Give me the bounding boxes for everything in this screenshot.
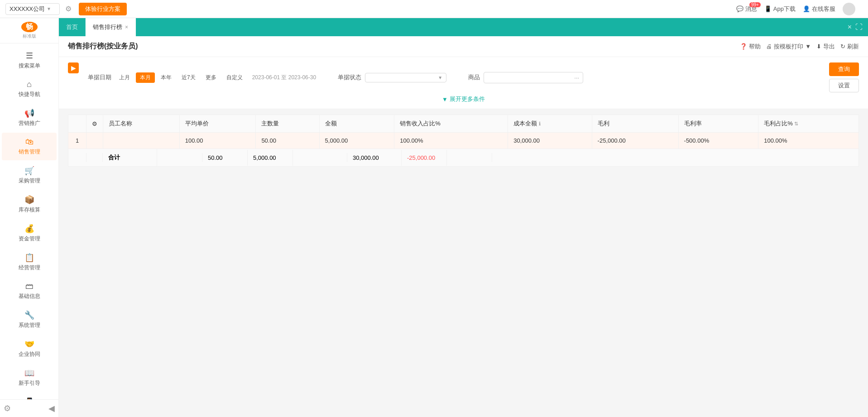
sidebar-item-finance[interactable]: 💰资金管理 [2,219,57,247]
avatar[interactable] [843,3,855,15]
tab-bar: 首页 销售排行榜 × × ⛶ [59,18,868,36]
footer-amount: 5,000.00 [248,150,293,166]
nav-label-guide: 新手引导 [19,379,40,387]
col-settings-icon[interactable]: ⚙ [92,120,97,127]
online-service-btn[interactable]: 👤 在线客服 [803,5,835,13]
cell-amount: 5,000.00 [319,133,394,149]
footer-profit-pct [492,153,537,162]
topbar-settings-icon[interactable]: ⚙ [63,3,73,15]
cell-cost: 30,000.00 [508,133,592,149]
print-btn[interactable]: 🖨 按模板打印 ▼ [766,43,811,51]
goods-filter: 商品 ··· [468,72,583,83]
query-btn[interactable]: 查询 [829,62,859,76]
refresh-btn[interactable]: ↻ 刷新 [840,43,859,51]
top-right: 💬 消息 99+ 📱 App下载 👤 在线客服 [736,3,863,15]
company-select[interactable]: XXXXXX公司 ▼ [5,3,60,15]
window-expand-icon[interactable]: ⛶ [855,23,863,31]
footer-label: 合计 [103,149,157,166]
nav-label-operations: 经营管理 [19,264,40,272]
app-label: App下载 [773,5,796,13]
table-header-row: ⚙ 员工名称 平均单价 主数量 全额 销售收入占比% 成本全额 ℹ 毛利 毛利率… [68,115,859,133]
sidebar-settings-icon[interactable]: ⚙ [4,403,11,413]
export-icon: ⬇ [816,43,821,50]
profit-sort-icon[interactable]: ⇅ [794,121,798,126]
sidebar-item-inventory[interactable]: 📦库存核算 [2,190,57,218]
sidebar-item-guide[interactable]: 📖新手引导 [2,364,57,392]
th-amount: 全额 [319,115,394,133]
message-btn[interactable]: 💬 消息 99+ [736,5,757,13]
message-icon: 💬 [736,5,743,12]
app-icon: 📱 [764,5,772,12]
tab-close-icon[interactable]: × [125,24,128,30]
nav-icon-operations: 📋 [24,253,34,263]
nav-label-system: 系统管理 [19,321,40,329]
tab-home-label: 首页 [66,23,78,31]
tab-sales-rank[interactable]: 销售排行榜 × [86,18,136,36]
goods-more-icon[interactable]: ··· [574,74,579,81]
help-btn[interactable]: ❓ 帮助 [740,43,761,51]
cell-sales-pct: 100.00% [394,133,508,149]
app-download-btn[interactable]: 📱 App下载 [764,5,796,13]
sidebar-item-app-center[interactable]: 📱应用中心 [2,393,57,399]
th-profit-rate: 毛利率 [678,115,758,133]
date-tab-更多[interactable]: 更多 [201,72,221,83]
status-filter: 单据状态 ▼ [338,73,446,82]
sidebar-collapse-icon[interactable]: ◀ [48,403,55,413]
date-tab-近7天[interactable]: 近7天 [177,72,200,83]
sidebar-item-basic-info[interactable]: 🗃基础信息 [2,277,57,305]
nav-label-sales: 销售管理 [19,148,40,156]
table-area: ⚙ 员工名称 平均单价 主数量 全额 销售收入占比% 成本全额 ℹ 毛利 毛利率… [59,109,868,417]
page-header: 销售排行榜(按业务员) ❓ 帮助 🖨 按模板打印 ▼ ⬇ 导出 [59,36,868,57]
nav-icon-marketing: 📢 [24,108,34,118]
date-filter: 单据日期 上月本月本年近7天更多自定义 2023-06-01 至 2023-06… [88,72,316,83]
goods-input[interactable]: ··· [484,72,583,83]
th-profit-pct: 毛利占比% ⇅ [758,115,859,133]
sidebar-item-system[interactable]: 🔧系统管理 [2,306,57,334]
sidebar-item-marketing[interactable]: 📢营销推广 [2,104,57,132]
page-content: 销售排行榜(按业务员) ❓ 帮助 🖨 按模板打印 ▼ ⬇ 导出 [59,36,868,417]
filter-collapse-icon[interactable]: ▶ [68,62,79,73]
filter-right-btns: 查询 设置 [829,62,859,92]
th-cost: 成本全额 ℹ [508,115,592,133]
footer-empty2 [86,153,103,162]
date-tab-本年[interactable]: 本年 [157,72,176,83]
date-label: 单据日期 [88,73,111,81]
nav-icon-quick-nav: ⌂ [27,80,32,89]
cell-rank: 1 [68,133,86,149]
cell-profit: -25,000.00 [592,133,678,149]
cell-avg-price: 100.00 [179,133,256,149]
settings-btn[interactable]: 设置 [829,79,859,92]
page-actions: ❓ 帮助 🖨 按模板打印 ▼ ⬇ 导出 ↻ 刷新 [740,43,859,56]
nav-icon-sales: 🛍 [25,137,34,147]
date-tab-本月[interactable]: 本月 [136,72,155,83]
nav-label-marketing: 营销推广 [19,120,40,127]
expand-more-btn[interactable]: ▼ 展开更多条件 [442,95,485,103]
date-tab-自定义[interactable]: 自定义 [222,72,247,83]
service-label: 在线客服 [812,5,835,13]
th-settings[interactable]: ⚙ [86,115,103,133]
sidebar-item-sales[interactable]: 🛍销售管理 [2,133,57,160]
nav-icon-search-menu: ☰ [26,51,33,61]
trial-btn[interactable]: 体验行业方案 [79,3,127,15]
sidebar-item-purchase[interactable]: 🛒采购管理 [2,161,57,189]
nav-list: ☰搜索菜单⌂快捷导航📢营销推广🛍销售管理🛒采购管理📦库存核算💰资金管理📋经营管理… [0,43,58,399]
export-btn[interactable]: ⬇ 导出 [816,43,835,51]
sidebar-item-operations[interactable]: 📋经营管理 [2,248,57,276]
cell-qty: 50.00 [256,133,319,149]
status-select[interactable]: ▼ [365,73,446,82]
sidebar-item-quick-nav[interactable]: ⌂快捷导航 [2,75,57,103]
date-tab-上月[interactable]: 上月 [115,72,134,83]
logo-char: 畅 [26,22,33,32]
expand-chevron-icon: ▼ [442,96,448,103]
th-avg-price: 平均单价 [179,115,256,133]
footer-sales-pct [293,153,347,162]
footer-profit: -25,000.00 [402,150,447,166]
table-row: 1 100.00 50.00 5,000.00 100.00% 30,000.0… [68,133,859,149]
top-bar: XXXXXX公司 ▼ ⚙ 体验行业方案 💬 消息 99+ 📱 App下载 👤 在… [0,0,868,18]
tab-sales-rank-label: 销售排行榜 [93,23,122,31]
tab-home[interactable]: 首页 [59,18,86,36]
sidebar-item-enterprise[interactable]: 🤝企业协同 [2,335,57,363]
date-range: 2023-06-01 至 2023-06-30 [252,74,316,81]
window-close-icon[interactable]: × [848,23,852,31]
sidebar-item-search-menu[interactable]: ☰搜索菜单 [2,46,57,74]
